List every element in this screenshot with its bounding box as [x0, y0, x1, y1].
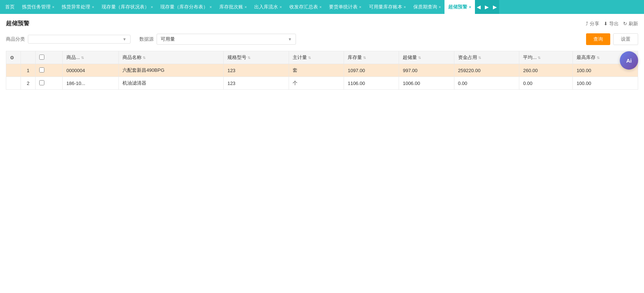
nav-close-flow[interactable]: × [279, 5, 282, 9]
filter-actions: 查询 设置 [586, 33, 638, 45]
datasource-chevron-icon: ▼ [288, 37, 292, 41]
row-checkbox-input-1[interactable] [39, 80, 44, 85]
nav-item-inventory-dist[interactable]: 现存量（库存分布表） × [157, 0, 215, 14]
nav-item-inventory-status[interactable]: 现存量（库存状况表） × [98, 0, 157, 14]
th-capital[interactable]: 资金占用⇅ [454, 51, 519, 64]
nav-close-batch[interactable]: × [245, 5, 247, 9]
datasource-select[interactable]: 可用量 ▼ [157, 34, 296, 45]
row-unit-0: 套 [289, 64, 344, 77]
row-capital-0: 259220.00 [454, 64, 519, 77]
th-unit[interactable]: 主计量⇅ [289, 51, 344, 64]
query-button[interactable]: 查询 [586, 33, 610, 45]
th-index [21, 51, 36, 64]
row-overstock-1: 1006.00 [399, 77, 454, 90]
row-max-stock-1: 100.00 [573, 77, 638, 90]
refresh-button[interactable]: ↻ 刷新 [623, 21, 638, 27]
th-product-name[interactable]: 商品名称⇅ [119, 51, 224, 64]
th-checkbox [36, 51, 63, 64]
sort-icon-stock: ⇅ [363, 56, 366, 60]
th-avg[interactable]: 平均...⇅ [519, 51, 573, 64]
row-settings-1 [6, 77, 21, 90]
category-filter: 商品分类 ▼ [6, 35, 131, 44]
refresh-icon: ↻ [623, 21, 627, 26]
th-stock[interactable]: 库存量⇅ [344, 51, 399, 64]
th-settings: ⚙ [6, 51, 21, 64]
data-table: ⚙ 商品...⇅ 商品名称⇅ 规格型号⇅ 主计量⇅ [6, 51, 638, 90]
nav-close-summary[interactable]: × [319, 5, 322, 9]
row-avg-0: 260.00 [519, 64, 573, 77]
sort-icon-product-name: ⇅ [143, 56, 146, 60]
sort-icon-avg: ⇅ [538, 56, 541, 60]
nav-close-demand[interactable]: × [359, 5, 361, 9]
row-index-0: 1 [21, 64, 36, 77]
nav-item-overstock[interactable]: 超储预警 × [444, 0, 475, 14]
nav-item-demand[interactable]: 要货单统计表 × [325, 0, 365, 14]
nav-close-expiry[interactable]: × [439, 5, 441, 9]
row-capital-1: 0.00 [454, 77, 519, 90]
nav-item-exception[interactable]: 拣货异常处理 × [58, 0, 98, 14]
sort-icon-spec: ⇅ [248, 56, 250, 60]
row-unit-1: 个 [289, 77, 344, 90]
datasource-label: 数据源 [139, 36, 154, 42]
row-checkbox-1[interactable] [36, 77, 63, 90]
table-row: 2 186-10... 机油滤清器 123 个 1106.00 1006.00 … [6, 77, 638, 90]
row-product-code-0: 0000004 [63, 64, 119, 77]
nav-close-inventory-dist[interactable]: × [209, 5, 212, 9]
row-index-1: 2 [21, 77, 36, 90]
filter-bar: 商品分类 ▼ 数据源 可用量 ▼ 查询 设置 [6, 33, 638, 45]
settings-button[interactable]: 设置 [613, 33, 638, 45]
row-stock-1: 1106.00 [344, 77, 399, 90]
ai-assistant-button[interactable]: Ai [620, 51, 638, 70]
nav-prev-button[interactable]: ◀ [475, 0, 483, 14]
row-product-name-1: 机油滤清器 [119, 77, 224, 90]
sort-icon-capital: ⇅ [478, 56, 481, 60]
page-title: 超储预警 [6, 20, 29, 27]
row-checkbox-input-0[interactable] [39, 67, 44, 73]
th-spec[interactable]: 规格型号⇅ [224, 51, 289, 64]
table-header-row: ⚙ 商品...⇅ 商品名称⇅ 规格型号⇅ 主计量⇅ [6, 51, 638, 64]
header-actions: ⤴ 分享 ⬇ 导出 ↻ 刷新 [586, 21, 638, 27]
nav-next-button[interactable]: ▶ [483, 0, 491, 14]
sort-icon-max-stock: ⇅ [597, 56, 600, 60]
row-product-name-0: 六配套新昌490BPG [119, 64, 224, 77]
row-spec-1: 123 [224, 77, 289, 90]
gear-icon[interactable]: ⚙ [10, 55, 14, 60]
sort-icon-overstock: ⇅ [418, 56, 421, 60]
nav-close-inventory-status[interactable]: × [151, 5, 153, 9]
nav-close-available[interactable]: × [404, 5, 406, 9]
nav-item-task[interactable]: 拣货任务管理 × [18, 0, 58, 14]
th-product-code[interactable]: 商品...⇅ [63, 51, 119, 64]
sort-icon-product-code: ⇅ [81, 56, 84, 60]
row-overstock-0: 997.00 [399, 64, 454, 77]
share-button[interactable]: ⤴ 分享 [586, 21, 599, 27]
select-all-checkbox[interactable] [39, 55, 44, 60]
share-icon: ⤴ [586, 21, 588, 26]
row-stock-0: 1097.00 [344, 64, 399, 77]
table-row: 1 0000004 六配套新昌490BPG 123 套 1097.00 997.… [6, 64, 638, 77]
nav-item-batch[interactable]: 库存批次账 × [216, 0, 250, 14]
nav-close-overstock[interactable]: × [469, 5, 471, 9]
nav-item-available[interactable]: 可用量库存账本 × [365, 0, 410, 14]
category-select[interactable]: ▼ [28, 35, 131, 44]
row-avg-1: 0.00 [519, 77, 573, 90]
nav-close-exception[interactable]: × [92, 5, 94, 9]
sort-icon-unit: ⇅ [308, 56, 311, 60]
nav-item-flow[interactable]: 出入库流水 × [250, 0, 285, 14]
export-icon: ⬇ [604, 21, 608, 26]
nav-item-summary[interactable]: 收发存汇总表 × [286, 0, 325, 14]
nav-more-button[interactable]: ▶ [491, 0, 499, 14]
nav-item-expiry[interactable]: 保质期查询 × [410, 0, 444, 14]
nav-item-home[interactable]: 首页 [1, 0, 18, 14]
nav-close-task[interactable]: × [52, 5, 54, 9]
export-button[interactable]: ⬇ 导出 [604, 21, 619, 27]
th-overstock[interactable]: 超储量⇅ [399, 51, 454, 64]
category-chevron-icon: ▼ [122, 37, 127, 41]
row-spec-0: 123 [224, 64, 289, 77]
row-checkbox-0[interactable] [36, 64, 63, 77]
datasource-filter: 数据源 可用量 ▼ [139, 34, 296, 45]
page-content: 超储预警 ⤴ 分享 ⬇ 导出 ↻ 刷新 商品分类 ▼ 数据源 [0, 14, 644, 293]
row-settings-0 [6, 64, 21, 77]
top-navigation: 首页 拣货任务管理 × 拣货异常处理 × 现存量（库存状况表） × 现存量（库存… [0, 0, 644, 14]
row-product-code-1: 186-10... [63, 77, 119, 90]
category-label: 商品分类 [6, 36, 25, 42]
